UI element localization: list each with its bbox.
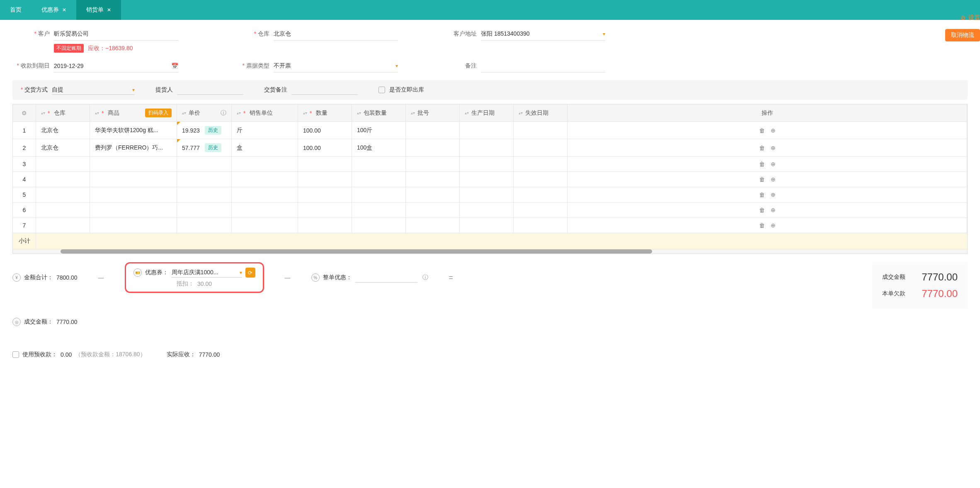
sort-icon[interactable]: ▴▾: [357, 112, 361, 114]
col-unit[interactable]: ▴▾*销售单位: [232, 104, 298, 121]
refresh-button[interactable]: ⟳: [245, 268, 255, 278]
actual-receive: 实际应收：7770.00: [167, 351, 220, 358]
add-row-icon[interactable]: ⊕: [771, 176, 776, 183]
table-row[interactable]: 3🗑⊕: [13, 157, 967, 172]
close-icon[interactable]: ✕: [107, 7, 111, 13]
deal-amount-inline: ◎ 成交金额：7770.00: [12, 318, 78, 326]
add-row-icon[interactable]: ⊕: [771, 161, 776, 167]
history-badge[interactable]: 历史: [205, 126, 221, 135]
table-row[interactable]: 4🗑⊕: [13, 172, 967, 187]
delivery-remark-field[interactable]: 交货备注: [264, 85, 358, 95]
due-date-field[interactable]: *收款到期日 2019-12-29📅: [12, 59, 178, 72]
chevron-down-icon: ▾: [395, 63, 398, 69]
tab-coupon[interactable]: 优惠券✕: [32, 0, 76, 20]
delivery-bar: *交货方式 自提▾ 提货人 交货备注 是否立即出库: [12, 80, 968, 100]
add-row-icon[interactable]: ⊕: [771, 127, 776, 134]
ticket-icon: 🎫: [133, 268, 142, 277]
delete-icon[interactable]: 🗑: [759, 222, 765, 229]
help-icon[interactable]: ⓘ: [221, 109, 226, 117]
sort-icon[interactable]: ▴▾: [411, 112, 415, 114]
target-icon: ◎: [12, 318, 21, 326]
gear-icon[interactable]: ⚙: [22, 110, 27, 116]
use-prepay[interactable]: 使用预收款：0.00 （预收款金额：18706.80）: [12, 351, 146, 358]
tab-home[interactable]: 首页: [0, 0, 32, 20]
totals-box: 成交金额7770.00 本单欠款7770.00: [872, 262, 968, 309]
picker-field[interactable]: 提货人: [155, 85, 243, 95]
discount-icon: %: [311, 273, 320, 282]
remark-field[interactable]: 备注: [439, 59, 605, 72]
sort-icon[interactable]: ▴▾: [465, 112, 469, 114]
sort-icon[interactable]: ▴▾: [303, 112, 307, 114]
add-row-icon[interactable]: ⊕: [771, 145, 776, 151]
chevron-down-icon: ▾: [132, 87, 135, 93]
table-row[interactable]: 7🗑⊕: [13, 218, 967, 233]
col-price[interactable]: ▴▾单价ⓘ: [177, 104, 232, 121]
refresh-icon: ⟳: [248, 270, 252, 276]
form-area: 取消物流 ⚙设置 *客户 昕乐贸易公司 *仓库 北京仓 客户地址 张阳 1851…: [0, 20, 980, 76]
sort-icon[interactable]: ▴▾: [182, 112, 186, 114]
cancel-logistics-button[interactable]: 取消物流: [945, 29, 980, 41]
equals-icon: =: [449, 273, 454, 282]
help-icon[interactable]: ⓘ: [422, 274, 428, 281]
whole-discount[interactable]: % 整单优惠： ⓘ: [311, 273, 428, 283]
col-ops: 操作: [568, 104, 967, 121]
tab-sales-order[interactable]: 销货单✕: [76, 0, 121, 20]
line-items-table: ⚙ ▴▾*仓库 ▴▾*商品扫码录入 ▴▾单价ⓘ ▴▾*销售单位 ▴▾*数量 ▴▾…: [12, 104, 968, 254]
tab-bar: 首页 优惠券✕ 销货单✕: [0, 0, 980, 20]
invoice-type-field[interactable]: *票据类型 不开票▾: [232, 59, 398, 72]
delete-icon[interactable]: 🗑: [759, 207, 765, 213]
warehouse-field[interactable]: *仓库 北京仓: [232, 27, 398, 41]
delete-icon[interactable]: 🗑: [759, 145, 765, 151]
col-prod-date[interactable]: ▴▾生产日期: [460, 104, 514, 121]
col-exp-date[interactable]: ▴▾失效日期: [514, 104, 568, 121]
account-period-badge: 不固定账期: [54, 44, 84, 53]
sort-icon[interactable]: ▴▾: [95, 112, 99, 114]
address-field[interactable]: 客户地址 张阳 18513400390▾: [439, 27, 605, 41]
add-row-icon[interactable]: ⊕: [771, 191, 776, 198]
gear-icon: ⚙: [961, 14, 966, 21]
add-row-icon[interactable]: ⊕: [771, 222, 776, 229]
chevron-down-icon: ▾: [603, 31, 605, 37]
sort-icon[interactable]: ▴▾: [519, 112, 523, 114]
table-row[interactable]: 6🗑⊕: [13, 203, 967, 218]
delete-icon[interactable]: 🗑: [759, 191, 765, 198]
immediate-outbound-checkbox[interactable]: 是否立即出库: [378, 86, 424, 94]
col-warehouse[interactable]: ▴▾*仓库: [36, 104, 90, 121]
col-product[interactable]: ▴▾*商品扫码录入: [90, 104, 177, 121]
checkbox-icon[interactable]: [12, 351, 19, 358]
horizontal-scrollbar[interactable]: [13, 249, 967, 254]
table-row[interactable]: 1北京仓华美华夫软饼1200g 糕...19.923历史斤100.00100斤🗑…: [13, 122, 967, 139]
close-icon[interactable]: ✕: [62, 7, 66, 13]
col-qty[interactable]: ▴▾*数量: [298, 104, 352, 121]
corner-marker: [177, 139, 180, 143]
customer-field[interactable]: *客户 昕乐贸易公司: [12, 27, 178, 41]
reconfig-button[interactable]: ⚙设置: [961, 14, 980, 22]
table-row[interactable]: 2北京仓费列罗（FERRERO）巧...57.777历史盒100.00100盒🗑…: [13, 139, 967, 157]
coupon-select[interactable]: 周年店庆满1000... ▾: [172, 268, 242, 278]
delivery-method-field[interactable]: *交货方式 自提▾: [21, 85, 135, 95]
history-badge[interactable]: 历史: [205, 143, 221, 152]
coupon-section: 🎫 优惠券： 周年店庆满1000... ▾ ⟳ 抵扣：30.00: [125, 262, 264, 293]
col-batch[interactable]: ▴▾批号: [406, 104, 460, 121]
checkbox-icon[interactable]: [378, 87, 385, 93]
delete-icon[interactable]: 🗑: [759, 127, 765, 134]
yen-icon: ¥: [12, 273, 21, 282]
col-pack-qty[interactable]: ▴▾包装数量: [352, 104, 406, 121]
sort-icon[interactable]: ▴▾: [41, 112, 45, 114]
corner-marker: [177, 122, 180, 125]
chevron-down-icon: ▾: [240, 270, 242, 275]
scan-entry-button[interactable]: 扫码录入: [145, 109, 172, 117]
delete-icon[interactable]: 🗑: [759, 176, 765, 183]
total-amount: ¥ 金额合计：7800.00: [12, 273, 78, 282]
receivable-amount: 应收：−18639.80: [88, 45, 133, 52]
footer: ¥ 金额合计：7800.00 — 🎫 优惠券： 周年店庆满1000... ▾ ⟳…: [0, 258, 980, 362]
subtotal-row: 小计: [13, 233, 967, 249]
table-header: ⚙ ▴▾*仓库 ▴▾*商品扫码录入 ▴▾单价ⓘ ▴▾*销售单位 ▴▾*数量 ▴▾…: [13, 104, 967, 122]
add-row-icon[interactable]: ⊕: [771, 207, 776, 213]
table-row[interactable]: 5🗑⊕: [13, 187, 967, 203]
delete-icon[interactable]: 🗑: [759, 161, 765, 167]
sort-icon[interactable]: ▴▾: [237, 112, 241, 114]
calendar-icon[interactable]: 📅: [171, 63, 178, 69]
